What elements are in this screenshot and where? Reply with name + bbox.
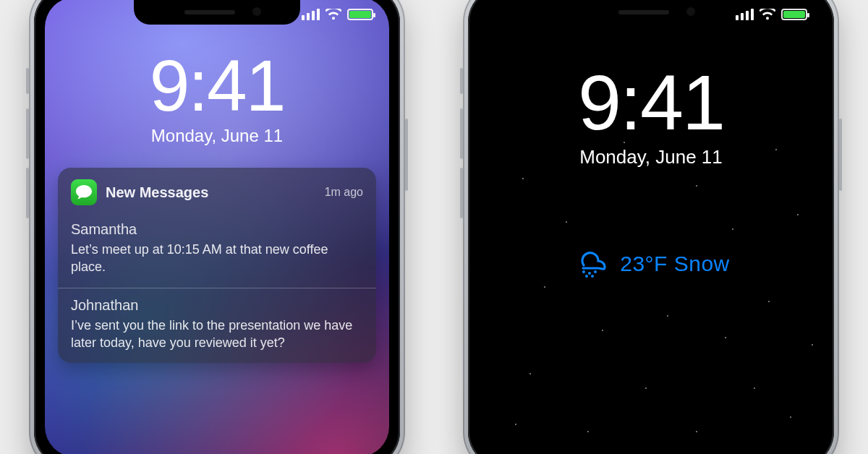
- svg-point-0: [582, 270, 585, 273]
- svg-point-2: [594, 270, 597, 273]
- battery-icon: [347, 9, 373, 20]
- wifi-icon: [326, 9, 341, 20]
- svg-point-4: [591, 275, 594, 278]
- lock-screen-left[interactable]: 9:41 Monday, June 11 New Messages 1m ago…: [45, 0, 389, 454]
- messages-icon: [71, 179, 97, 205]
- lock-time: 9:41: [45, 49, 389, 121]
- phone-left: 9:41 Monday, June 11 New Messages 1m ago…: [29, 0, 405, 454]
- sender-name: Samantha: [71, 221, 363, 238]
- status-bar: [302, 6, 373, 23]
- cellular-icon: [302, 9, 320, 20]
- lock-date: Monday, June 11: [45, 126, 389, 146]
- svg-point-3: [585, 275, 588, 278]
- lock-time: 9:41: [479, 64, 823, 142]
- notification-title: New Messages: [106, 184, 316, 201]
- cellular-icon: [736, 9, 754, 20]
- wifi-icon: [760, 9, 775, 20]
- notification-group[interactable]: New Messages 1m ago Samantha Let’s meet …: [58, 168, 376, 363]
- notch: [134, 0, 300, 25]
- svg-point-1: [588, 272, 591, 275]
- battery-icon: [781, 9, 807, 20]
- lock-clock: 9:41 Monday, June 11: [45, 49, 389, 146]
- lock-date: Monday, June 11: [479, 146, 823, 168]
- notification-time: 1m ago: [325, 186, 363, 199]
- phone-right: 9:41 Monday, June 11 23°F Snow: [463, 0, 839, 454]
- lock-clock: 9:41 Monday, June 11: [479, 64, 823, 168]
- weather-widget[interactable]: 23°F Snow: [479, 247, 823, 281]
- lock-screen-right[interactable]: 9:41 Monday, June 11 23°F Snow: [479, 0, 823, 454]
- notification-item[interactable]: Samantha Let’s meet up at 10:15 AM at th…: [58, 213, 376, 288]
- status-bar: [736, 6, 807, 23]
- sender-name: Johnathan: [71, 297, 363, 314]
- weather-text: 23°F Snow: [620, 252, 730, 276]
- message-preview: I’ve sent you the link to the presentati…: [71, 317, 363, 352]
- notch: [568, 0, 734, 25]
- notification-item[interactable]: Johnathan I’ve sent you the link to the …: [58, 288, 376, 364]
- snow-icon: [572, 247, 607, 281]
- message-preview: Let’s meet up at 10:15 AM at that new co…: [71, 241, 363, 276]
